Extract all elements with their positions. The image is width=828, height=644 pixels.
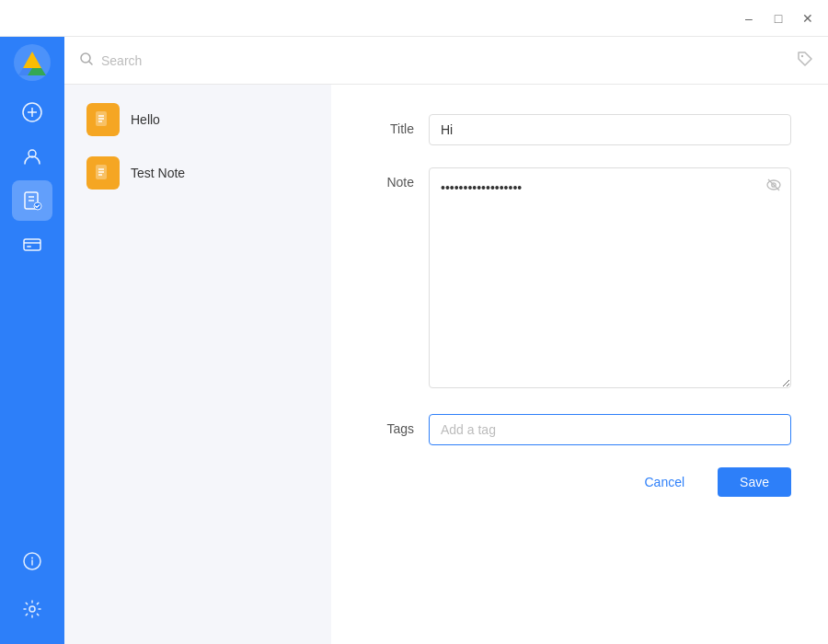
tags-row: Tags: [368, 414, 791, 445]
note-icon-test: [86, 156, 120, 190]
title-bar: – □ ✕: [0, 0, 828, 37]
panels: Hello Test Note: [64, 85, 828, 644]
tags-input[interactable]: [429, 414, 791, 445]
search-icon: [79, 52, 94, 70]
cancel-button[interactable]: Cancel: [622, 467, 707, 497]
search-wrapper: [79, 52, 789, 70]
search-bar: [64, 37, 828, 85]
close-button[interactable]: ✕: [795, 6, 821, 31]
maximize-button[interactable]: □: [765, 6, 791, 31]
cards-icon[interactable]: [12, 224, 52, 265]
search-input[interactable]: [101, 53, 285, 68]
svg-rect-12: [24, 239, 40, 250]
note-title-hello: Hello: [131, 112, 160, 127]
svg-line-20: [89, 62, 92, 64]
notes-list: Hello Test Note: [64, 85, 331, 644]
note-item-hello[interactable]: Hello: [72, 94, 324, 145]
tag-filter-icon[interactable]: [797, 51, 813, 71]
note-title-test: Test Note: [131, 166, 185, 180]
toggle-visibility-icon[interactable]: [765, 177, 782, 197]
note-row: Note ••••••••••••••••••: [368, 167, 791, 392]
form-actions: Cancel Save: [368, 467, 791, 497]
title-row: Title: [368, 114, 791, 145]
info-icon[interactable]: [12, 541, 52, 581]
contacts-icon[interactable]: [12, 136, 52, 177]
note-textarea[interactable]: ••••••••••••••••••: [429, 167, 791, 388]
add-button[interactable]: [12, 92, 52, 132]
content-area: Hello Test Note: [64, 37, 828, 644]
title-input[interactable]: [429, 114, 791, 145]
save-button[interactable]: Save: [718, 467, 791, 497]
app-body: Hello Test Note: [0, 37, 828, 644]
note-label: Note: [368, 167, 414, 190]
tags-label: Tags: [368, 414, 414, 436]
app-logo[interactable]: [14, 44, 51, 81]
settings-icon[interactable]: [12, 589, 52, 629]
note-textarea-wrapper: ••••••••••••••••••: [429, 167, 791, 392]
notes-icon[interactable]: [12, 180, 52, 221]
svg-point-18: [29, 606, 35, 612]
svg-point-17: [31, 558, 33, 559]
title-label: Title: [368, 114, 414, 136]
note-icon-hello: [86, 103, 120, 136]
svg-rect-14: [27, 246, 31, 247]
note-item-test[interactable]: Test Note: [72, 147, 324, 199]
sidebar-bottom: [12, 541, 52, 644]
minimize-button[interactable]: –: [736, 6, 762, 31]
sidebar: [0, 37, 64, 644]
window-controls: – □ ✕: [736, 6, 821, 31]
detail-panel: Title Note ••••••••••••••••••: [331, 85, 828, 644]
svg-point-21: [801, 54, 803, 56]
